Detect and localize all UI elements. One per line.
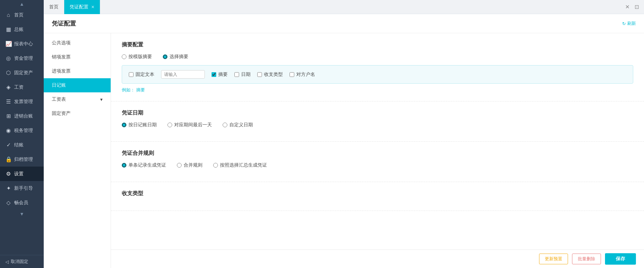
income-expense-section: 收支类型 (111, 182, 644, 211)
save-button[interactable]: 保存 (605, 253, 636, 265)
merge-rules-radio-group: 单条记录生成凭证 合并规则 按照选择汇总生成凭证 (122, 162, 633, 168)
left-nav: 公共选项 销项发票 进项发票 日记账 工资表 ▾ 固定资产 (44, 33, 111, 268)
voucher-date-section: 凭证日期 按日记账日期 对应期间最后一天 自定义日期 (111, 101, 644, 142)
voucher-date-title: 凭证日期 (122, 109, 633, 117)
page-title: 凭证配置 (52, 19, 76, 28)
salary-icon: ◈ (5, 84, 11, 90)
fixed-text-input[interactable] (161, 70, 205, 79)
guide-icon: ✦ (5, 185, 11, 191)
journal-date-radio[interactable]: 按日记账日期 (122, 122, 157, 128)
window-controls: ✕ ⊡ (624, 4, 644, 10)
funds-icon: ◎ (5, 55, 11, 61)
page-header: 凭证配置 ↻ 刷新 (44, 14, 644, 33)
custom-date-radio[interactable]: 自定义日期 (223, 122, 253, 128)
reports-icon: 📈 (5, 41, 11, 47)
sidebar-item-funds[interactable]: ◎ 资金管理 (0, 51, 44, 65)
left-nav-payroll[interactable]: 工资表 ▾ (44, 92, 111, 106)
sidebar-item-assets[interactable]: ⬡ 固定资产 (0, 65, 44, 80)
stock-icon: ⊞ (5, 113, 11, 119)
invoice-icon: ☰ (5, 98, 11, 105)
sidebar-item-invoice[interactable]: ☰ 发票管理 (0, 94, 44, 109)
period-last-day-radio[interactable]: 对应期间最后一天 (167, 122, 212, 128)
sidebar-item-archive[interactable]: 🔒 归档管理 (0, 152, 44, 167)
sidebar-item-ledger[interactable]: ▦ 总账 (0, 22, 44, 37)
sidebar-item-reports[interactable]: 📈 报表中心 (0, 37, 44, 51)
left-nav-journal[interactable]: 日记账 (44, 78, 111, 92)
left-nav-purchase[interactable]: 进项发票 (44, 64, 111, 78)
left-nav-fixed-assets[interactable]: 固定资产 (44, 106, 111, 121)
merge-rules-title: 凭证合并规则 (122, 150, 633, 157)
left-nav-public[interactable]: 公共选项 (44, 36, 111, 50)
right-content: 摘要配置 按模版摘要 选择摘要 固定文本 (111, 33, 644, 268)
merge-rule-radio[interactable]: 合并规则 (177, 162, 202, 168)
abstract-checkbox[interactable]: 摘要 (212, 72, 228, 78)
abstract-example: 例如： 摘要 (122, 87, 633, 93)
sidebar-item-salary[interactable]: ◈ 工资 (0, 80, 44, 94)
sidebar-item-checkout[interactable]: ✓ 结账 (0, 138, 44, 152)
merge-rules-section: 凭证合并规则 单条记录生成凭证 合并规则 按照选择汇总生成凭证 (111, 142, 644, 182)
checkout-icon: ✓ (5, 142, 11, 148)
counterpart-name-checkbox[interactable]: 对方户名 (290, 72, 315, 78)
abstract-radio-group: 按模版摘要 选择摘要 (122, 54, 633, 60)
maximize-window-icon[interactable]: ⊡ (633, 4, 640, 10)
chevron-down-icon: ▾ (100, 97, 103, 102)
batch-delete-button[interactable]: 批量删除 (572, 254, 601, 264)
sidebar-scroll-down[interactable]: ▼ (0, 210, 44, 218)
refresh-button[interactable]: ↻ 刷新 (622, 20, 636, 27)
sidebar-scroll-up[interactable]: ▲ (0, 0, 44, 8)
abstract-checkbox-row: 固定文本 摘要 日期 收支类型 (122, 65, 633, 84)
voucher-date-radio-group: 按日记账日期 对应期间最后一天 自定义日期 (122, 122, 633, 128)
sidebar-item-member[interactable]: ◇ 畅会员 (0, 195, 44, 210)
tax-icon: ◉ (5, 127, 11, 134)
sidebar-item-guide[interactable]: ✦ 新手引导 (0, 181, 44, 195)
member-icon: ◇ (5, 199, 11, 206)
assets-icon: ⬡ (5, 70, 11, 76)
bottom-bar: 更新预置 批量删除 保存 (111, 250, 644, 268)
single-record-radio[interactable]: 单条记录生成凭证 (122, 162, 166, 168)
income-expense-title: 收支类型 (122, 190, 633, 197)
income-type-checkbox[interactable]: 收支类型 (257, 72, 283, 78)
left-nav-sales[interactable]: 销项发票 (44, 50, 111, 64)
refresh-icon: ↻ (622, 21, 626, 26)
abstract-template-radio[interactable]: 按模版摘要 (122, 54, 152, 60)
tab-bar: 首页 凭证配置 ✕ ✕ ⊡ (44, 0, 644, 14)
sidebar-unpin[interactable]: ◁ 取消固定 (0, 255, 44, 268)
abstract-section: 摘要配置 按模版摘要 选择摘要 固定文本 (111, 33, 644, 101)
sidebar: ▲ ⌂ 首页 ▦ 总账 📈 报表中心 ◎ 资金管理 ⬡ 固定资产 ◈ 工资 ☰ … (0, 0, 44, 268)
sidebar-item-home[interactable]: ⌂ 首页 (0, 8, 44, 22)
tab-voucher[interactable]: 凭证配置 ✕ (64, 0, 100, 14)
update-preset-button[interactable]: 更新预置 (539, 254, 568, 264)
abstract-select-radio[interactable]: 选择摘要 (163, 54, 188, 60)
unpin-icon: ◁ (5, 259, 9, 264)
sidebar-item-settings[interactable]: ⚙ 设置 (0, 167, 44, 181)
ledger-icon: ▦ (5, 26, 11, 33)
summary-radio[interactable]: 按照选择汇总生成凭证 (213, 162, 267, 168)
archive-icon: 🔒 (5, 156, 11, 163)
fixed-text-checkbox[interactable]: 固定文本 (129, 72, 154, 78)
home-icon: ⌂ (5, 12, 11, 18)
sidebar-item-tax[interactable]: ◉ 税务管理 (0, 123, 44, 138)
close-window-icon[interactable]: ✕ (624, 4, 631, 10)
tab-close-icon[interactable]: ✕ (91, 5, 94, 9)
tab-home[interactable]: 首页 (44, 0, 64, 14)
abstract-title: 摘要配置 (122, 41, 633, 48)
content-wrapper: 公共选项 销项发票 进项发票 日记账 工资表 ▾ 固定资产 摘要配置 (44, 33, 644, 268)
date-checkbox[interactable]: 日期 (234, 72, 251, 78)
settings-icon: ⚙ (5, 171, 11, 177)
sidebar-item-stock[interactable]: ⊞ 进销台账 (0, 109, 44, 123)
